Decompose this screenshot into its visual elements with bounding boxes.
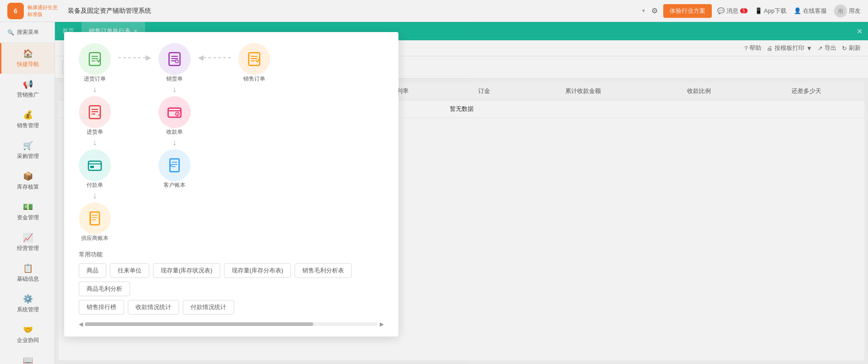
sales-order-icon <box>238 43 270 75</box>
sales-order-label: 销售订单 <box>243 75 265 83</box>
left-flow-group: 进货订单 ↓ ✓ 进货单 ↓ 付款单 ↓ <box>79 43 111 242</box>
arrow-down-2: ↓ <box>93 138 97 147</box>
svg-rect-13 <box>88 161 101 170</box>
receipt-bill-icon: ¥ <box>158 96 191 128</box>
receipt-bill-node[interactable]: ¥ 收款单 <box>158 96 191 136</box>
arrow-down-1: ↓ <box>93 85 97 94</box>
arrow-down-3: ↓ <box>93 191 97 201</box>
sales-order-group: 销售订单 <box>238 43 270 83</box>
customer-ledger-label: 客户账本 <box>164 181 186 189</box>
svg-rect-20 <box>89 213 91 224</box>
func-btn-sales-rank[interactable]: 销售排行榜 <box>79 300 124 315</box>
func-btn-sales-profit[interactable]: 销售毛利分析表 <box>295 263 352 278</box>
svg-text:¥: ¥ <box>176 112 179 116</box>
flow-diagram: 进货订单 ↓ ✓ 进货单 ↓ 付款单 ↓ <box>79 43 384 242</box>
scroll-right-arrow[interactable]: ▶ <box>380 321 384 327</box>
common-functions-section: 常用功能 商品 往来单位 现存量(库存状况表) 现存量(库存分布表) 销售毛利分… <box>79 250 384 315</box>
func-btn-stock-distribution[interactable]: 现存量(库存分布表) <box>224 263 291 278</box>
func-btn-goods-profit[interactable]: 商品毛利分析 <box>79 282 130 296</box>
func-btn-goods[interactable]: 商品 <box>79 263 106 278</box>
h-arrows-area: ▶ <box>118 43 151 109</box>
h-arrows-area-2: ◀ <box>198 43 231 109</box>
arrow-down-5: ↓ <box>173 138 177 147</box>
svg-rect-16 <box>90 212 99 225</box>
supplier-ledger-label: 供应商账本 <box>81 234 109 242</box>
supplier-ledger-node[interactable]: 供应商账本 <box>79 202 111 242</box>
func-btn-partners[interactable]: 往来单位 <box>110 263 149 278</box>
sales-bill-label: 销货单 <box>166 75 183 83</box>
modal-scrollbar-area: ◀ ▶ <box>79 321 384 327</box>
sales-h-arrow: ◀ <box>198 53 231 62</box>
svg-rect-15 <box>90 166 94 168</box>
func-buttons-row1: 商品 往来单位 现存量(库存状况表) 现存量(库存分布表) 销售毛利分析表 商品… <box>79 263 384 296</box>
purchase-bill-node[interactable]: ✓ 进货单 <box>79 96 111 136</box>
arrow-down-4: ↓ <box>173 85 177 94</box>
payment-bill-icon <box>79 149 111 181</box>
svg-point-34 <box>169 164 172 167</box>
top-h-arrow: ▶ <box>118 53 151 62</box>
scrollbar-thumb[interactable] <box>85 322 313 326</box>
func-btn-payment-stats[interactable]: 付款情况统计 <box>183 300 234 315</box>
sales-order-node[interactable]: 销售订单 <box>238 43 270 83</box>
sales-bill-icon <box>158 43 191 75</box>
payment-bill-node[interactable]: 付款单 <box>79 149 111 189</box>
func-btn-stock-status[interactable]: 现存量(库存状况表) <box>153 263 220 278</box>
svg-text:✓: ✓ <box>98 112 101 117</box>
purchase-bill-icon: ✓ <box>79 96 111 128</box>
svg-rect-25 <box>175 60 178 63</box>
purchase-order-node[interactable]: 进货订单 <box>79 43 111 83</box>
receipt-bill-label: 收款单 <box>166 128 183 136</box>
svg-rect-26 <box>168 108 181 117</box>
purchase-order-icon <box>79 43 111 75</box>
payment-bill-label: 付款单 <box>87 181 103 189</box>
sales-bill-node[interactable]: 销货单 <box>158 43 191 83</box>
supplier-ledger-icon <box>79 202 111 234</box>
func-btn-receipt-stats[interactable]: 收款情况统计 <box>128 300 179 315</box>
purchase-order-label: 进货订单 <box>84 75 106 83</box>
scroll-left-arrow[interactable]: ◀ <box>79 321 83 327</box>
customer-ledger-node[interactable]: 客户账本 <box>158 149 191 189</box>
quick-guide-modal: 进货订单 ↓ ✓ 进货单 ↓ 付款单 ↓ <box>64 32 399 337</box>
func-buttons-row2: 销售排行榜 收款情况统计 付款情况统计 <box>79 300 384 315</box>
right-flow-group: 销货单 ↓ ¥ 收款单 ↓ 客户账本 <box>158 43 191 189</box>
purchase-bill-label: 进货单 <box>87 128 103 136</box>
customer-ledger-icon <box>158 149 191 181</box>
common-functions-title: 常用功能 <box>79 250 384 259</box>
